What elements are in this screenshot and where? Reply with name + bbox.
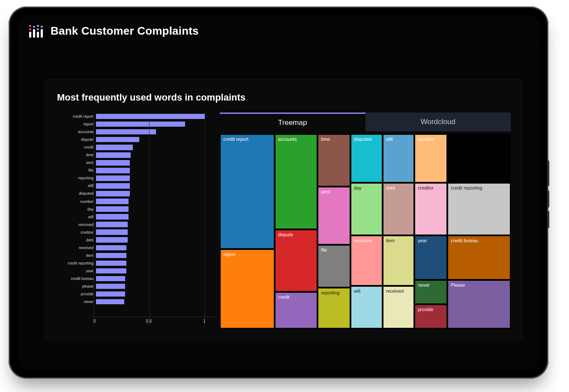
bar-fill bbox=[96, 145, 133, 150]
bar-label: credit bbox=[57, 145, 96, 149]
bar-fill bbox=[96, 175, 130, 181]
tablet-side-button bbox=[548, 160, 549, 186]
bar-label: debt bbox=[57, 238, 96, 242]
bar-fill bbox=[96, 276, 125, 282]
treemap-cell[interactable]: debt bbox=[383, 183, 415, 235]
bar-row: year bbox=[57, 267, 216, 275]
bar-row: never bbox=[57, 298, 216, 306]
screen: Bank Customer Complaints Most frequently… bbox=[17, 15, 540, 370]
bar-label: report bbox=[57, 122, 96, 126]
treemap-cell[interactable]: credit report bbox=[220, 134, 275, 249]
bar-label: will bbox=[57, 215, 96, 219]
x-tick: 0 bbox=[93, 319, 96, 324]
treemap-cell[interactable]: credit bbox=[275, 292, 317, 329]
treemap-cell[interactable]: will bbox=[350, 286, 383, 329]
bar-label: time bbox=[57, 153, 96, 157]
bar-label: dispute bbox=[57, 137, 96, 142]
bar-label: never bbox=[57, 300, 96, 304]
treemap-cell[interactable]: time bbox=[317, 134, 350, 187]
bar-row: credit report bbox=[57, 113, 216, 120]
bar-label: year bbox=[57, 269, 96, 273]
bar-chart-x-axis: 00.51 bbox=[93, 317, 216, 327]
bar-row: disputed bbox=[57, 190, 216, 197]
bar-fill bbox=[96, 137, 139, 143]
bar-label: credit reporting bbox=[57, 261, 96, 265]
treemap-cell[interactable]: accounts bbox=[275, 134, 317, 229]
page-title: Bank Customer Complaints bbox=[51, 24, 199, 38]
bar-fill bbox=[96, 160, 130, 166]
bar-fill bbox=[96, 229, 128, 235]
bar-label: removed bbox=[57, 223, 96, 227]
bar-fill bbox=[96, 299, 124, 305]
bar-fill bbox=[96, 152, 131, 158]
treemap-cell[interactable]: creditor bbox=[414, 183, 447, 235]
bar-fill bbox=[96, 291, 125, 297]
bar-label: provide bbox=[57, 292, 96, 296]
treemap-cell[interactable]: removed bbox=[350, 235, 383, 286]
viz-tabs: Treemap Wordcloud bbox=[220, 113, 511, 131]
bar-fill bbox=[96, 114, 205, 119]
treemap-cell[interactable]: credit bureau bbox=[447, 235, 511, 280]
treemap-cell[interactable]: still bbox=[383, 134, 415, 183]
bar-row: item bbox=[57, 252, 216, 259]
bar-label: received bbox=[57, 246, 96, 250]
treemap-cell[interactable]: sent bbox=[317, 187, 350, 245]
treemap-cell[interactable]: report bbox=[220, 249, 275, 329]
bar-fill bbox=[96, 191, 130, 196]
treemap-cell[interactable]: number bbox=[414, 134, 447, 183]
bar-row: removed bbox=[57, 221, 216, 229]
bar-row: sent bbox=[57, 159, 216, 166]
treemap-cell[interactable]: day bbox=[350, 183, 383, 235]
bar-label: day bbox=[57, 207, 96, 211]
treemap-cell[interactable]: year bbox=[414, 235, 447, 280]
bar-fill bbox=[96, 253, 126, 258]
bar-row: please bbox=[57, 282, 216, 290]
bar-label: sent bbox=[57, 160, 96, 165]
bar-fill bbox=[96, 268, 126, 274]
x-tick: 1 bbox=[203, 319, 206, 324]
treemap-cell[interactable]: credit reporting bbox=[447, 183, 511, 235]
bar-chart: credit reportreportaccountsdisputecredit… bbox=[57, 113, 216, 329]
tablet-side-button bbox=[548, 190, 549, 208]
treemap-cell[interactable]: item bbox=[383, 235, 415, 286]
bar-label: disputed bbox=[57, 191, 96, 196]
bar-label: credit report bbox=[57, 114, 96, 119]
tablet-side-button bbox=[548, 211, 549, 228]
treemap-cell[interactable]: disputed bbox=[350, 134, 383, 183]
panel-title: Most frequently used words in complaints bbox=[57, 92, 511, 103]
treemap-cell[interactable]: file bbox=[317, 245, 350, 288]
bar-label: still bbox=[57, 184, 96, 188]
bar-label: item bbox=[57, 253, 96, 258]
treemap-cell[interactable]: Please bbox=[447, 280, 511, 329]
bar-label: reporting bbox=[57, 176, 96, 180]
bar-row: provide bbox=[57, 290, 216, 298]
treemap-chart: credit reportreportaccountsdisputecredit… bbox=[220, 134, 511, 329]
bar-fill bbox=[96, 284, 125, 289]
treemap-cell[interactable]: reporting bbox=[317, 288, 350, 329]
treemap-cell[interactable]: dispute bbox=[275, 229, 317, 292]
bar-fill bbox=[96, 237, 128, 243]
bar-fill bbox=[96, 214, 129, 220]
bar-fill bbox=[96, 261, 126, 266]
treemap-cell[interactable]: provide bbox=[414, 304, 447, 329]
x-tick: 0.5 bbox=[146, 319, 152, 324]
bar-row: reporting bbox=[57, 174, 216, 182]
bar-fill bbox=[96, 206, 129, 212]
bar-fill bbox=[96, 168, 130, 173]
bar-fill bbox=[96, 183, 130, 189]
bar-fill bbox=[96, 222, 128, 227]
bar-label: accounts bbox=[57, 130, 96, 134]
bar-label: number bbox=[57, 199, 96, 204]
app-logo-icon bbox=[29, 25, 43, 38]
tab-treemap[interactable]: Treemap bbox=[220, 113, 365, 131]
bar-label: please bbox=[57, 284, 96, 288]
tab-wordcloud[interactable]: Wordcloud bbox=[365, 113, 511, 131]
bar-label: credit bureau bbox=[57, 276, 96, 281]
bar-row: received bbox=[57, 244, 216, 252]
treemap-cell[interactable]: received bbox=[383, 286, 415, 329]
treemap-cell[interactable]: never bbox=[414, 280, 447, 304]
tablet-frame: Bank Customer Complaints Most frequently… bbox=[9, 6, 548, 379]
bar-row: number bbox=[57, 198, 216, 205]
bar-row: day bbox=[57, 205, 216, 213]
bar-row: report bbox=[57, 120, 216, 128]
